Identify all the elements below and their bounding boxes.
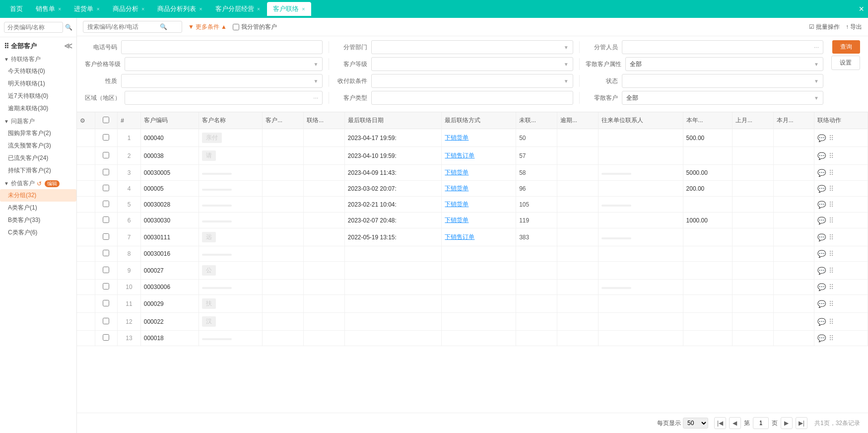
row-checkbox[interactable]	[103, 267, 109, 273]
col-select-all[interactable]	[95, 112, 118, 129]
row-method-cell[interactable]: 下销货单	[442, 197, 516, 213]
row-checkbox-cell[interactable]	[95, 147, 118, 165]
main-search-input[interactable]	[87, 23, 157, 30]
row-checkbox-cell[interactable]	[95, 129, 118, 147]
row-checkbox[interactable]	[103, 233, 109, 240]
customer-type-select[interactable]: ▼	[371, 91, 573, 105]
sidebar-item-overdue[interactable]: 逾期未联络(30)	[0, 102, 76, 115]
contact-icon[interactable]: 💬	[817, 134, 826, 142]
tab-purchase-close[interactable]: ×	[96, 6, 99, 12]
contact-icon[interactable]: 💬	[817, 318, 826, 326]
first-page-button[interactable]: |◀	[714, 417, 726, 429]
contact-icon[interactable]: 💬	[817, 334, 826, 342]
row-method-cell[interactable]: 下销售订单	[442, 228, 516, 246]
tab-sales-close[interactable]: ×	[58, 6, 61, 12]
reset-button[interactable]: 设置	[831, 56, 860, 70]
row-checkbox-cell[interactable]	[95, 280, 118, 295]
sidebar-item-tomorrow[interactable]: 明天待联络(1)	[0, 77, 76, 90]
tab-product-analysis-list-close[interactable]: ×	[199, 6, 202, 12]
col-overdue[interactable]: 逾期...	[557, 112, 598, 129]
row-method-cell[interactable]	[442, 246, 516, 262]
row-method-cell[interactable]: 下销货单	[442, 213, 516, 228]
tab-product-analysis-list[interactable]: 商品分析列表 ×	[151, 2, 208, 16]
contact-icon[interactable]: 💬	[817, 250, 826, 258]
row-checkbox[interactable]	[103, 169, 109, 175]
row-checkbox[interactable]	[103, 283, 109, 289]
row-checkbox-cell[interactable]	[95, 165, 118, 181]
tab-product-analysis-close[interactable]: ×	[141, 6, 144, 12]
page-number-input[interactable]	[753, 417, 769, 429]
col-name[interactable]: 客户名称	[199, 112, 263, 129]
sidebar-all-customers[interactable]: ⠿ 全部客户 ≪	[0, 37, 76, 53]
row-checkbox[interactable]	[103, 300, 109, 306]
more-action-icon[interactable]: ⠿	[829, 134, 834, 142]
row-checkbox[interactable]	[103, 152, 109, 158]
status-select[interactable]: ▼	[622, 74, 823, 88]
more-action-icon[interactable]: ⠿	[829, 250, 834, 258]
export-button[interactable]: ↑ 导出	[846, 23, 862, 31]
more-action-icon[interactable]: ⠿	[829, 318, 834, 326]
more-action-icon[interactable]: ⠿	[829, 216, 834, 224]
manager-select[interactable]: ···	[622, 40, 823, 54]
row-checkbox-cell[interactable]	[95, 313, 118, 331]
col-type[interactable]: 客户...	[263, 112, 304, 129]
row-method-cell[interactable]	[442, 280, 516, 295]
sidebar-group-waiting[interactable]: ▼ 待联络客户	[0, 53, 76, 65]
col-last-method[interactable]: 最后联络方式	[442, 112, 516, 129]
row-checkbox-cell[interactable]	[95, 246, 118, 262]
row-checkbox[interactable]	[103, 201, 109, 207]
row-method-cell[interactable]: 下销货单	[442, 181, 516, 197]
main-search-box[interactable]: 🔍	[83, 21, 182, 33]
contact-icon[interactable]: 💬	[817, 152, 826, 160]
col-last-date[interactable]: 最后联络日期	[344, 112, 442, 129]
sidebar-item-class-c[interactable]: C类客户(6)	[0, 226, 76, 239]
row-checkbox[interactable]	[103, 250, 109, 256]
more-action-icon[interactable]: ⠿	[829, 267, 834, 275]
next-page-button[interactable]: ▶	[781, 417, 793, 429]
prev-page-button[interactable]: ◀	[729, 417, 741, 429]
sidebar-item-churned[interactable]: 已流失客户(24)	[0, 152, 76, 164]
row-method-cell[interactable]: 下销售订单	[442, 147, 516, 165]
nature-select[interactable]: ▼	[121, 74, 323, 88]
sidebar-item-abnormal[interactable]: 囤购异常客户(2)	[0, 127, 76, 140]
contact-icon[interactable]: 💬	[817, 283, 826, 291]
sidebar-item-class-a[interactable]: A类客户(1)	[0, 202, 76, 214]
sidebar-item-churn-warning[interactable]: 流失预警客户(3)	[0, 140, 76, 152]
row-checkbox[interactable]	[103, 134, 109, 141]
contact-icon[interactable]: 💬	[817, 267, 826, 275]
more-action-icon[interactable]: ⠿	[829, 201, 834, 209]
last-page-button[interactable]: ▶|	[796, 417, 807, 429]
row-method-cell[interactable]	[442, 295, 516, 313]
more-action-icon[interactable]: ⠿	[829, 300, 834, 308]
query-button[interactable]: 查询	[832, 40, 860, 54]
more-action-icon[interactable]: ⠿	[829, 152, 834, 160]
row-method-cell[interactable]	[442, 331, 516, 346]
sidebar-edit-badge[interactable]: 编辑	[45, 180, 60, 187]
row-checkbox-cell[interactable]	[95, 295, 118, 313]
sidebar-reload-icon[interactable]: ↺	[37, 180, 42, 187]
tab-purchase[interactable]: 进货单 ×	[68, 2, 105, 16]
my-customers-checkbox[interactable]: 我分管的客户	[233, 23, 277, 31]
contact-icon[interactable]: 💬	[817, 201, 826, 209]
contact-icon[interactable]: 💬	[817, 300, 826, 308]
tab-product-analysis[interactable]: 商品分析 ×	[107, 2, 150, 16]
tab-customer-contact-close[interactable]: ×	[302, 6, 305, 12]
more-action-icon[interactable]: ⠿	[829, 233, 834, 241]
main-search-icon[interactable]: 🔍	[160, 23, 167, 30]
my-customers-check[interactable]	[233, 24, 239, 30]
sidebar-item-declining[interactable]: 持续下滑客户(2)	[0, 164, 76, 177]
sidebar-group-problem[interactable]: ▼ 问题客户	[0, 115, 76, 127]
col-settings[interactable]: ⚙	[77, 112, 95, 129]
row-checkbox[interactable]	[103, 318, 109, 324]
settings-icon[interactable]: ⚙	[80, 117, 85, 124]
col-no-contact[interactable]: 未联...	[516, 112, 557, 129]
tab-home[interactable]: 首页	[4, 2, 29, 16]
sidebar-search-input[interactable]	[4, 22, 63, 33]
sidebar-group-value[interactable]: ▼ 价值客户 ↺ 编辑	[0, 177, 76, 189]
sidebar-search-icon[interactable]: 🔍	[65, 24, 72, 31]
row-checkbox[interactable]	[103, 334, 109, 341]
more-action-icon[interactable]: ⠿	[829, 283, 834, 291]
col-this-month[interactable]: 本月...	[773, 112, 814, 129]
row-method-cell[interactable]	[442, 313, 516, 331]
sidebar-item-ungroup[interactable]: 未分组(32)	[0, 189, 76, 202]
